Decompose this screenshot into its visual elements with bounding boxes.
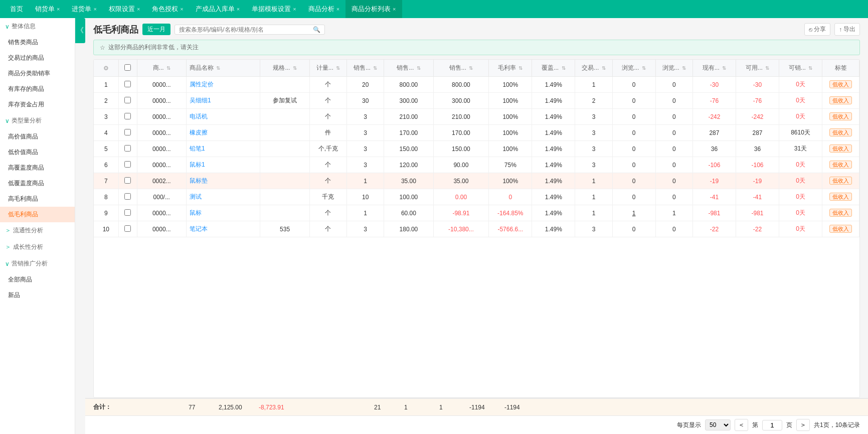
th-margin[interactable]: 毛利率 ⇅: [489, 60, 532, 77]
cell-check[interactable]: [118, 125, 137, 141]
notice-icon: ☆: [100, 44, 105, 51]
th-sales-profit[interactable]: 销售... ⇅: [433, 60, 489, 77]
cell-name[interactable]: 铅笔1: [186, 141, 260, 157]
sidebar-group-type-analysis[interactable]: ∨ 类型量分析: [0, 112, 75, 129]
row-checkbox[interactable]: [124, 161, 131, 168]
th-sales-price[interactable]: 销售... ⇅: [384, 60, 433, 77]
nav-item-home[interactable]: 首页: [4, 0, 29, 18]
close-icon[interactable]: ×: [180, 6, 183, 12]
cell-check[interactable]: [118, 157, 137, 173]
th-check: [118, 60, 137, 77]
search-icon[interactable]: 🔍: [313, 26, 320, 33]
share-button[interactable]: ⎋ 分享: [804, 23, 830, 36]
cell-check[interactable]: [118, 77, 137, 93]
th-view1[interactable]: 浏览... ⇅: [612, 60, 655, 77]
sidebar-item-low-margin[interactable]: 低毛利商品: [0, 207, 75, 222]
per-page-select[interactable]: 50 100 200: [705, 419, 731, 430]
nav-item-analysis[interactable]: 商品分析 ×: [302, 0, 345, 18]
sidebar-item-low-coverage[interactable]: 低覆盖度商品: [0, 176, 75, 191]
page-number-input[interactable]: [762, 420, 782, 430]
cell-name[interactable]: 橡皮擦: [186, 125, 260, 141]
sidebar-item-category-rate[interactable]: 商品分类助销率: [0, 66, 75, 81]
next-page-button[interactable]: ＞: [796, 419, 810, 431]
close-icon[interactable]: ×: [57, 6, 60, 12]
nav-item-sales[interactable]: 销货单 ×: [29, 0, 66, 18]
cell-trade: 1: [575, 205, 612, 221]
cell-check[interactable]: [118, 141, 137, 157]
sidebar-item-high-margin[interactable]: 高毛利商品: [0, 191, 75, 207]
select-all-checkbox[interactable]: [124, 64, 131, 71]
row-checkbox[interactable]: [124, 113, 131, 119]
close-icon[interactable]: ×: [93, 6, 96, 12]
row-checkbox[interactable]: [124, 97, 131, 103]
row-checkbox[interactable]: [124, 129, 131, 135]
cell-name[interactable]: 电话机: [186, 109, 260, 125]
nav-item-products[interactable]: 产成品入库单 ×: [190, 0, 246, 18]
nav-item-roles[interactable]: 角色授权 ×: [146, 0, 189, 18]
cell-name[interactable]: 吴细细1: [186, 93, 260, 109]
total-label: 合计：: [93, 403, 189, 411]
cell-name[interactable]: 笔记本: [186, 221, 260, 237]
th-current[interactable]: 现有... ⇅: [692, 60, 736, 77]
close-icon[interactable]: ×: [237, 6, 240, 12]
th-sales-qty[interactable]: 销售... ⇅: [347, 60, 384, 77]
row-checkbox[interactable]: [124, 209, 131, 216]
cell-check[interactable]: [118, 173, 137, 189]
sidebar-item-sales-goods[interactable]: 销售类商品: [0, 35, 75, 50]
th-spec[interactable]: 规格... ⇅: [260, 60, 309, 77]
sidebar-item-new-goods[interactable]: 新品: [0, 287, 75, 303]
th-saleable[interactable]: 可销... ⇅: [779, 60, 822, 77]
cell-check[interactable]: [118, 189, 137, 205]
sidebar-group-marketing[interactable]: ∨ 营销推广分析: [0, 255, 75, 272]
sidebar-group-circulation[interactable]: ＞ 流通性分析: [0, 222, 75, 239]
close-icon[interactable]: ×: [137, 6, 140, 12]
cell-name[interactable]: 鼠标1: [186, 157, 260, 173]
th-name[interactable]: 商品名称 ⇅: [186, 60, 260, 77]
cell-spec: [260, 205, 309, 221]
sidebar-collapse-button[interactable]: 《: [75, 18, 85, 43]
settings-icon[interactable]: ⚙: [103, 65, 109, 72]
total-view1: 1: [404, 404, 439, 411]
th-view2[interactable]: 浏览... ⇅: [655, 60, 692, 77]
nav-item-templates[interactable]: 单据模板设置 ×: [246, 0, 302, 18]
close-icon[interactable]: ×: [393, 6, 396, 12]
sidebar-item-low-value[interactable]: 低价值商品: [0, 144, 75, 160]
close-icon[interactable]: ×: [293, 6, 296, 12]
cell-name[interactable]: 测试: [186, 189, 260, 205]
sidebar-item-high-value[interactable]: 高价值商品: [0, 129, 75, 144]
sidebar-item-high-coverage[interactable]: 高覆盖度商品: [0, 160, 75, 176]
sidebar-group-overall[interactable]: ∨ 整体信息: [0, 18, 75, 35]
cell-name[interactable]: 鼠标垫: [186, 173, 260, 189]
search-input[interactable]: [179, 26, 313, 33]
nav-item-permissions[interactable]: 权限设置 ×: [103, 0, 146, 18]
th-tag[interactable]: 标签: [822, 60, 859, 77]
cell-check[interactable]: [118, 109, 137, 125]
th-trade[interactable]: 交易... ⇅: [575, 60, 612, 77]
nav-item-analysis-list[interactable]: 商品分析列表 ×: [345, 0, 402, 18]
row-checkbox[interactable]: [124, 225, 131, 232]
sidebar-item-stock-capital[interactable]: 库存资金占用: [0, 97, 75, 112]
nav-item-purchase[interactable]: 进货单 ×: [66, 0, 102, 18]
cell-check[interactable]: [118, 221, 137, 237]
th-code[interactable]: 商... ⇅: [137, 60, 186, 77]
sidebar-group-growth[interactable]: ＞ 成长性分析: [0, 239, 75, 255]
row-checkbox[interactable]: [124, 177, 131, 184]
cell-view1[interactable]: 1: [612, 205, 655, 221]
th-unit[interactable]: 计量... ⇅: [309, 60, 346, 77]
export-button[interactable]: ↑ 导出: [834, 23, 860, 36]
sidebar-item-all-goods[interactable]: 全部商品: [0, 272, 75, 287]
cell-check[interactable]: [118, 205, 137, 221]
row-checkbox[interactable]: [124, 145, 131, 152]
close-icon[interactable]: ×: [336, 6, 339, 12]
sidebar-item-traded-goods[interactable]: 交易过的商品: [0, 50, 75, 66]
date-filter-button[interactable]: 近一月: [142, 24, 170, 35]
sidebar-item-in-stock[interactable]: 有库存的商品: [0, 81, 75, 97]
th-avail[interactable]: 可用... ⇅: [736, 60, 779, 77]
row-checkbox[interactable]: [124, 81, 131, 87]
prev-page-button[interactable]: ＜: [735, 419, 748, 431]
th-coverage[interactable]: 覆盖... ⇅: [532, 60, 575, 77]
cell-name[interactable]: 鼠标: [186, 205, 260, 221]
cell-check[interactable]: [118, 93, 137, 109]
cell-name[interactable]: 属性定价: [186, 77, 260, 93]
row-checkbox[interactable]: [124, 193, 131, 200]
